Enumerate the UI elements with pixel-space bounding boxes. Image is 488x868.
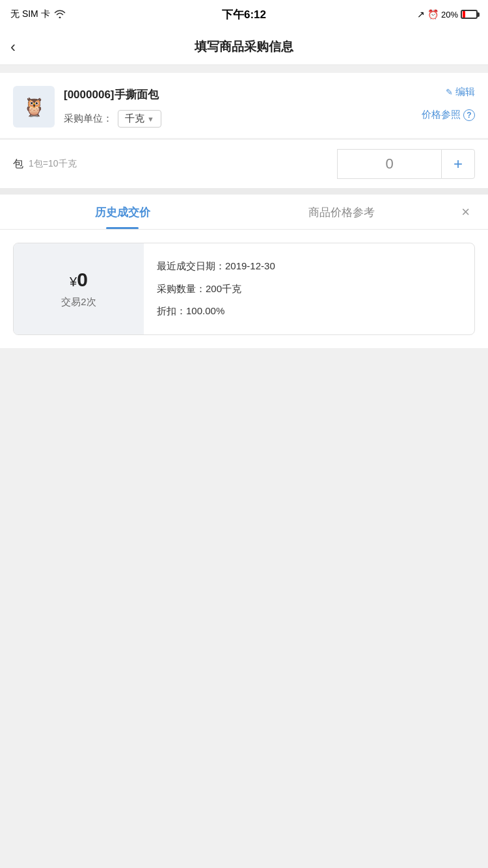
trade-count: 交易2次 [61,296,96,308]
history-content: ¥0 交易2次 最近成交日期：2019-12-30 采购数量：200千克 折扣：… [0,230,488,348]
discount-value: 100.00% [186,305,224,316]
quantity-left: 包 1包=10千克 [13,157,77,171]
date-value: 2019-12-30 [225,260,275,271]
discount-rate: 折扣：100.00% [157,304,461,319]
battery-percent: 20% [441,10,458,20]
history-card-price-side: ¥0 交易2次 [14,243,144,334]
status-bar: 无 SIM 卡 下午6:12 ↗ ⏰ 20% [0,0,488,29]
nav-bar: ‹ 填写商品采购信息 [0,29,488,65]
back-button[interactable]: ‹ [10,33,23,61]
price-ref-label: 价格参照 [422,109,461,121]
quantity-detail-value: 200千克 [206,283,241,294]
close-icon: × [461,204,470,220]
product-thumbnail: 🦉 [13,86,55,128]
quantity-row: 包 1包=10千克 0 + [0,140,488,188]
product-left: 🦉 [0000006]手撕面包 采购单位： 千克 ▼ [13,86,161,128]
section-divider [0,188,488,195]
location-icon: ↗ [417,9,425,20]
date-label: 最近成交日期： [157,260,225,271]
status-left: 无 SIM 卡 [10,8,66,20]
product-unit-row: 采购单位： 千克 ▼ [64,110,161,128]
tabs-close-button[interactable]: × [456,198,475,226]
quantity-section: 包 1包=10千克 0 + [0,139,488,188]
wifi-icon [54,9,66,20]
quantity-increment-button[interactable]: + [441,149,475,179]
status-time: 下午6:12 [222,7,266,22]
quantity-right: 0 + [337,149,475,179]
tab-history-price[interactable]: 历史成交价 [13,195,232,229]
discount-label: 折扣： [157,305,186,316]
alarm-icon: ⏰ [427,9,439,20]
tab1-label: 历史成交价 [95,206,150,219]
edit-label: 编辑 [455,86,475,98]
tab-price-reference[interactable]: 商品价格参考 [232,195,452,229]
history-transaction-card: ¥0 交易2次 最近成交日期：2019-12-30 采购数量：200千克 折扣：… [13,243,475,335]
battery-icon [461,10,478,19]
tabs-section: 历史成交价 商品价格参考 × ¥0 交易2次 最近成交日期：2019-12-30… [0,195,488,348]
unit-select-dropdown[interactable]: 千克 ▼ [118,110,161,128]
history-card-detail-side: 最近成交日期：2019-12-30 采购数量：200千克 折扣：100.00% [144,243,474,334]
dropdown-arrow-icon: ▼ [147,115,154,123]
quantity-label: 采购数量： [157,283,206,294]
carrier-text: 无 SIM 卡 [10,8,50,20]
quantity-input[interactable]: 0 [337,149,441,179]
product-right: ✎ 编辑 价格参照 ? [422,86,475,121]
last-transaction-date: 最近成交日期：2019-12-30 [157,259,461,274]
tab2-label: 商品价格参考 [308,206,375,219]
status-right: ↗ ⏰ 20% [417,9,478,20]
price-reference-button[interactable]: 价格参照 ? [422,109,475,121]
product-header: 🦉 [0000006]手撕面包 采购单位： 千克 ▼ ✎ 编辑 价格参照 [13,86,475,128]
product-logo-icon: 🦉 [23,96,46,118]
price-value: 0 [77,269,88,290]
quantity-unit-badge: 包 [13,157,23,171]
history-price-display: ¥0 [70,269,88,291]
bottom-empty-area [0,348,488,739]
tabs-header: 历史成交价 商品价格参考 × [0,195,488,230]
page-title: 填写商品采购信息 [195,38,293,55]
currency-symbol: ¥ [70,275,77,289]
product-name: [0000006]手撕面包 [64,87,161,102]
unit-value: 千克 [125,113,144,125]
edit-icon: ✎ [446,87,453,97]
edit-button[interactable]: ✎ 编辑 [446,86,475,98]
quantity-value: 0 [385,156,393,172]
purchase-quantity: 采购数量：200千克 [157,282,461,297]
product-info: [0000006]手撕面包 采购单位： 千克 ▼ [64,86,161,128]
plus-icon: + [454,155,463,173]
product-card: 🦉 [0000006]手撕面包 采购单位： 千克 ▼ ✎ 编辑 价格参照 [0,73,488,138]
unit-label: 采购单位： [64,113,113,125]
help-icon: ? [463,109,475,121]
quantity-conversion: 1包=10千克 [29,158,77,170]
